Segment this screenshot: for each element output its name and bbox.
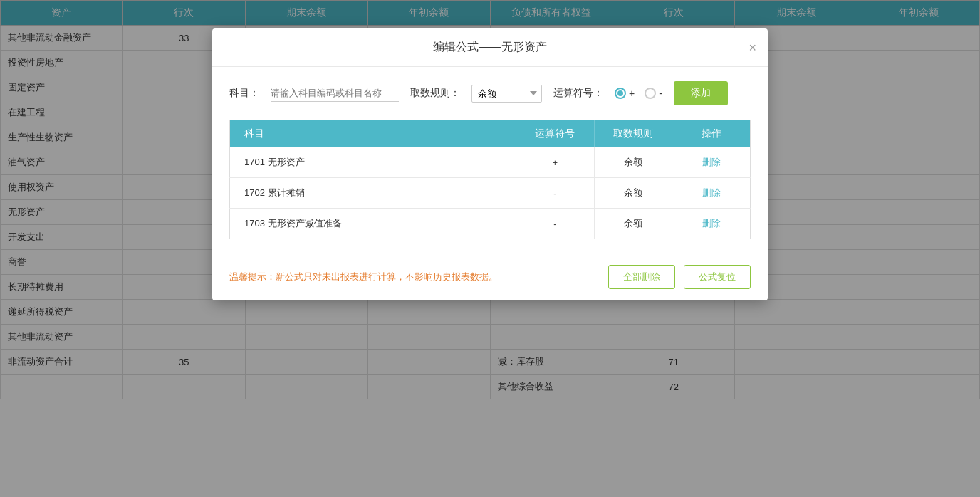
formula-subject: 1703 无形资产减值准备 [230,209,516,239]
formula-subject: 1701 无形资产 [230,147,516,178]
delete-row-button[interactable]: 删除 [702,156,721,169]
delete-row-button[interactable]: 删除 [702,217,721,230]
modal-footer: 温馨提示：新公式只对未出报表进行计算，不影响历史报表数据。 全部删除 公式复位 [212,253,768,300]
form-row: 科目： 取数规则： 余额 借方发生额 贷方发生额 运算符号： + [229,81,751,105]
plus-radio-circle [615,88,626,99]
footer-tip: 温馨提示：新公式只对未出报表进行计算，不影响历史报表数据。 [229,271,498,283]
add-button[interactable]: 添加 [674,81,728,105]
subject-label: 科目： [229,87,259,100]
rule-select[interactable]: 余额 借方发生额 贷方发生额 [471,85,542,103]
operator-minus-radio[interactable]: - [645,88,662,99]
table-row: 1702 累计摊销-余额删除 [230,178,751,209]
rule-select-group: 余额 借方发生额 贷方发生额 [471,85,542,103]
formula-operator: - [516,209,595,239]
table-col-subject: 科目 [230,120,516,148]
minus-radio-label: - [659,88,662,99]
formula-rule: 余额 [594,178,672,209]
formula-action: 删除 [672,147,751,178]
rule-label: 取数规则： [410,87,460,100]
formula-operator: + [516,147,595,178]
subject-input[interactable] [271,85,399,102]
formula-subject: 1702 累计摊销 [230,178,516,209]
formula-operator: - [516,178,595,209]
formula-action: 删除 [672,178,751,209]
footer-buttons: 全部删除 公式复位 [608,265,751,289]
table-row: 1701 无形资产+余额删除 [230,147,751,178]
formula-action: 删除 [672,209,751,239]
modal-close-button[interactable]: × [749,41,756,54]
operator-radio-group: + - [615,88,662,99]
formula-rule: 余额 [594,147,672,178]
table-col-action: 操作 [672,120,751,148]
formula-rule: 余额 [594,209,672,239]
modal-overlay: 编辑公式——无形资产 × 科目： 取数规则： 余额 借方发生额 贷方发生额 运算… [0,0,980,497]
delete-all-button[interactable]: 全部删除 [608,265,675,289]
edit-formula-modal: 编辑公式——无形资产 × 科目： 取数规则： 余额 借方发生额 贷方发生额 运算… [212,28,768,300]
reset-formula-button[interactable]: 公式复位 [684,265,751,289]
table-col-operator: 运算符号 [516,120,595,148]
modal-header: 编辑公式——无形资产 × [212,28,768,67]
operator-label: 运算符号： [553,87,603,100]
table-row: 1703 无形资产减值准备-余额删除 [230,209,751,239]
operator-plus-radio[interactable]: + [615,88,635,99]
delete-row-button[interactable]: 删除 [702,187,721,199]
plus-radio-label: + [629,88,635,99]
table-col-rule: 取数规则 [594,120,672,148]
minus-radio-circle [645,88,656,99]
modal-body: 科目： 取数规则： 余额 借方发生额 贷方发生额 运算符号： + [212,67,768,253]
formula-table: 科目 运算符号 取数规则 操作 1701 无形资产+余额删除1702 累计摊销-… [229,120,751,239]
modal-title: 编辑公式——无形资产 [433,41,547,53]
